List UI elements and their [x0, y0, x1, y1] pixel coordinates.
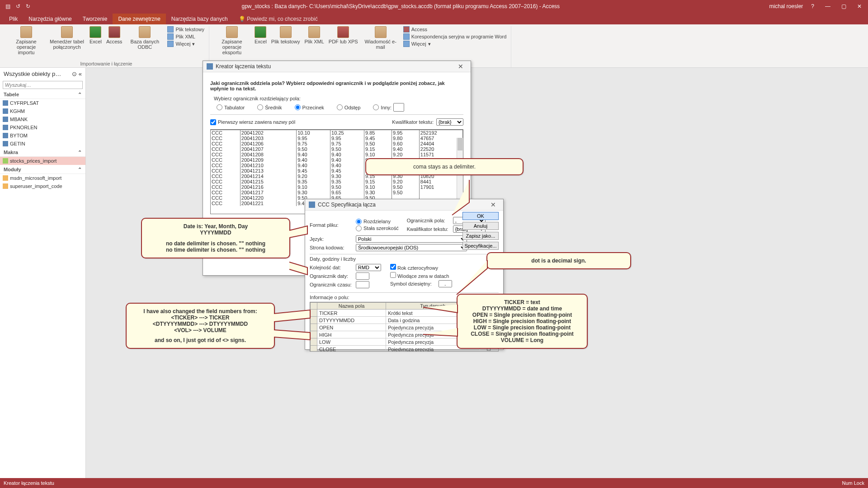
nav-group-macros[interactable]: Makra [4, 150, 18, 155]
nav-title[interactable]: Wszystkie obiekty p… [4, 70, 61, 77]
nav-collapse-icon[interactable]: ⊙ « [72, 70, 82, 77]
date-order-select[interactable]: RMD [356, 264, 381, 271]
qat-redo[interactable]: ↻ [24, 3, 32, 9]
status-numlock: Num Lock [842, 480, 864, 486]
saveas-button[interactable]: Zapisz jako... [462, 232, 499, 240]
close-icon[interactable]: ✕ [854, 3, 864, 9]
import-excel-button[interactable]: Excel [90, 26, 102, 44]
radio-semicolon[interactable]: Średnik [257, 104, 282, 110]
callout-coma: coma stays as a delimiter. [365, 158, 524, 175]
nav-module-item[interactable]: superuser_import_code [0, 182, 85, 190]
date-delim-input[interactable] [356, 272, 369, 280]
status-bar: Kreator łączenia tekstu Num Lock [0, 478, 868, 488]
decimal-input[interactable] [439, 280, 452, 287]
radio-other[interactable]: Inny: [373, 103, 404, 112]
file-format-label: Format pliku: [310, 222, 353, 228]
import-more-button[interactable]: Więcej ▾ [167, 41, 204, 47]
app-icon: ▤ [4, 3, 12, 9]
export-more-button[interactable]: Więcej ▾ [403, 41, 507, 47]
callout-types: TICKER = text DTYYYYMMDD = date and time… [457, 294, 588, 349]
ok-button[interactable]: OK [462, 212, 499, 220]
radio-space[interactable]: Odstęp [337, 104, 360, 110]
radio-tab[interactable]: Tabulator [217, 104, 245, 110]
time-delim-input[interactable] [356, 281, 369, 288]
four-digit-year-checkbox[interactable]: Rok czterocyfrowy [390, 264, 438, 271]
callout-fieldnames: I have also changed the field numbers fr… [126, 303, 275, 349]
titlebar: ▤ ↺ ↻ gpw_stocks : Baza danych- C:\Users… [0, 0, 868, 13]
maximize-icon[interactable]: ▢ [839, 3, 849, 9]
export-xml-button[interactable]: Plik XML [304, 26, 324, 44]
other-delim-input[interactable] [393, 103, 404, 112]
nav-search-input[interactable] [3, 81, 83, 89]
linked-table-manager-button[interactable]: Menedżer tabel połączonych [49, 26, 85, 50]
minimize-icon[interactable]: — [822, 3, 833, 9]
dialog-icon [207, 63, 213, 70]
qat-undo[interactable]: ↺ [14, 3, 22, 9]
leading-zeros-checkbox[interactable]: Wiodące zera w datach [390, 272, 449, 279]
tab-file[interactable]: Plik [4, 14, 23, 24]
callout-date: Date is: Year, Month, Day YYYYMMDD no da… [141, 218, 290, 258]
radio-comma[interactable]: Przecinek [295, 104, 324, 110]
nav-group-tables[interactable]: Tabele [4, 92, 19, 98]
language-label: Język: [310, 236, 353, 242]
nav-table-item[interactable]: PKNORLEN [0, 123, 85, 131]
text-qualifier-label: Kwalifikator tekstu: [392, 119, 434, 125]
first-row-checkbox[interactable]: Pierwszy wiersz zawiera nazwy pól [210, 119, 295, 125]
field-delim-label: Ogranicznik pola: [407, 218, 450, 223]
ribbon-tabs: Plik Narzędzia główne Tworzenie Dane zew… [0, 13, 868, 24]
radio-fixed[interactable]: Stała szerokość [356, 225, 399, 231]
user-name[interactable]: michal roesler [769, 3, 803, 9]
export-email-button[interactable]: Wiadomość e-mail [363, 26, 399, 50]
export-wordmerge-button[interactable]: Korespondencja seryjna w programie Word [403, 33, 507, 40]
date-order-label: Kolejność dat: [310, 265, 353, 270]
nav-table-item[interactable]: KGHM [0, 107, 85, 115]
status-left: Kreator łączenia tekstu [4, 480, 54, 486]
date-delim-label: Ogranicznik daty: [310, 273, 353, 279]
nav-module-item[interactable]: msdn_microsoft_import [0, 174, 85, 182]
cancel-button[interactable]: Anuluj [462, 222, 499, 230]
radio-delimited[interactable]: Rozdzielany [356, 219, 399, 225]
export-excel-button[interactable]: Excel [255, 26, 267, 44]
tab-create[interactable]: Tworzenie [77, 14, 113, 24]
nav-pane: Wszystkie obiekty p…⊙ « Tabele⌃ CYFRPLSA… [0, 68, 86, 478]
decimal-label: Symbol dziesiętny: [390, 281, 432, 286]
spec-close-button[interactable]: ✕ [487, 201, 500, 208]
saved-imports-button[interactable]: Zapisane operacje importu [8, 26, 44, 55]
callout-decimal: dot is a decimal sign. [486, 252, 631, 269]
nav-table-item[interactable]: MBANK [0, 115, 85, 123]
nav-table-item[interactable]: CYFRPLSAT [0, 99, 85, 107]
nav-table-item[interactable]: GETIN [0, 140, 85, 148]
export-text-button[interactable]: Plik tekstowy [271, 26, 300, 44]
tab-db-tools[interactable]: Narzędzia bazy danych [166, 14, 233, 24]
export-pdf-button[interactable]: PDF lub XPS [329, 26, 358, 44]
delimiter-label: Wybierz ogranicznik rozdzielający pola: [214, 96, 463, 101]
import-xml-button[interactable]: Plik XML [167, 33, 204, 40]
help-icon[interactable]: ? [808, 3, 817, 9]
time-delim-label: Ogranicznik czasu: [310, 282, 353, 287]
wizard-title: Kreator łączenia tekstu [216, 63, 271, 70]
ribbon-group-import: Importowanie i łączenie [8, 61, 204, 67]
export-access-button[interactable]: Access [403, 26, 507, 33]
tab-external-data[interactable]: Dane zewnętrzne [113, 14, 165, 24]
import-odbc-button[interactable]: Baza danych ODBC [127, 26, 163, 50]
dialog-icon [309, 202, 315, 208]
nav-table-item[interactable]: BYTOM [0, 131, 85, 140]
tab-tellme[interactable]: 💡 Powiedz mi, co chcesz zrobić [233, 14, 323, 24]
dates-section-label: Daty, godziny i liczby [310, 256, 499, 262]
language-select[interactable]: Polski [356, 235, 467, 243]
spec-text-qual-label: Kwalifikator tekstu: [407, 226, 450, 232]
nav-macro-item[interactable]: stocks_prices_import [0, 157, 85, 165]
specs-button[interactable]: Specyfikacje... [462, 242, 499, 250]
wizard-close-button[interactable]: ✕ [454, 63, 467, 70]
import-text-button[interactable]: Plik tekstowy [167, 26, 204, 33]
import-access-button[interactable]: Access [106, 26, 122, 44]
text-qualifier-select[interactable]: {brak} [436, 118, 463, 126]
codepage-label: Strona kodowa: [310, 245, 353, 250]
window-title: gpw_stocks : Baza danych- C:\Users\micha… [32, 3, 769, 9]
codepage-select[interactable]: Środkowoeuropejski (DOS) [356, 244, 467, 251]
spec-title: CCC Specyfikacja łącza [318, 202, 376, 208]
nav-group-modules[interactable]: Moduły [4, 167, 21, 173]
saved-exports-button[interactable]: Zapisane operacje eksportu [214, 26, 250, 55]
wizard-message: Jaki ogranicznik oddziela pola? Wybierz … [210, 80, 463, 91]
tab-home[interactable]: Narzędzia główne [23, 14, 77, 24]
